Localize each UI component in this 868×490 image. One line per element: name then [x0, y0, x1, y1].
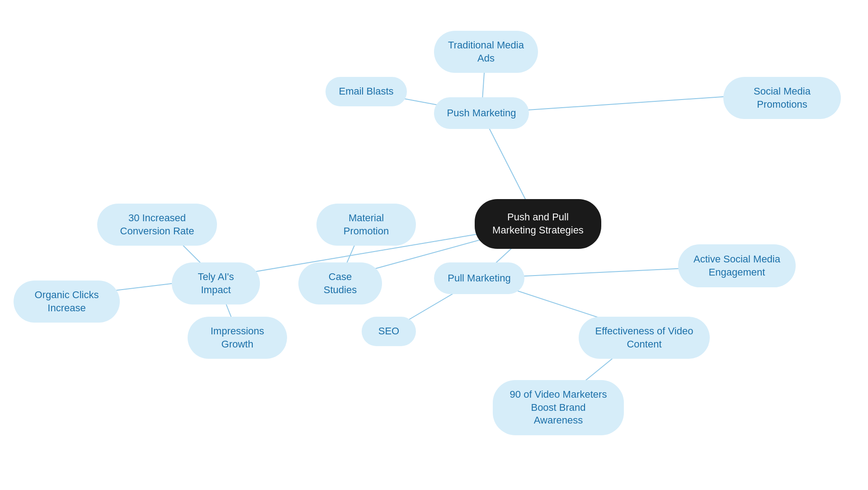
video-marketers-brand-node[interactable]: 90 of Video Marketers Boost Brand Awaren…	[493, 380, 624, 435]
material-promotion-node[interactable]: Material Promotion	[316, 204, 416, 246]
pull-marketing-node[interactable]: Pull Marketing	[434, 262, 524, 294]
case-studies-node[interactable]: Case Studies	[298, 262, 382, 304]
tely-impact-node[interactable]: Tely AI's Impact	[172, 262, 260, 304]
push-pull-node[interactable]: Push and Pull Marketing Strategies	[475, 199, 601, 249]
traditional-media-node[interactable]: Traditional Media Ads	[434, 31, 538, 73]
social-media-promotions-node[interactable]: Social Media Promotions	[723, 77, 841, 119]
organic-clicks-node[interactable]: Organic Clicks Increase	[14, 281, 120, 323]
increased-conversion-node[interactable]: 30 Increased Conversion Rate	[97, 204, 217, 246]
active-social-media-node[interactable]: Active Social Media Engagement	[678, 244, 796, 287]
impressions-growth-node[interactable]: Impressions Growth	[188, 317, 287, 359]
push-marketing-node[interactable]: Push Marketing	[434, 97, 529, 129]
mindmap-canvas: Push and Pull Marketing StrategiesPush M…	[0, 0, 868, 490]
effectiveness-video-node[interactable]: Effectiveness of Video Content	[579, 317, 710, 359]
seo-node[interactable]: SEO	[362, 317, 416, 346]
email-blasts-node[interactable]: Email Blasts	[326, 77, 407, 106]
